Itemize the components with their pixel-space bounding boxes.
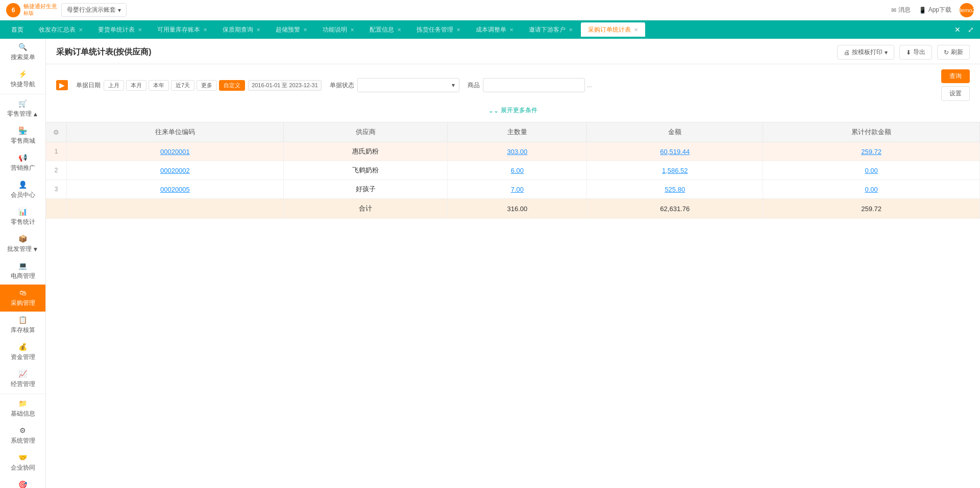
tab-purchase-order-stats[interactable]: 采购订单统计表 ✕ — [581, 22, 645, 37]
qty-cell[interactable]: 303.00 — [448, 142, 587, 161]
chevron-down-icon: ▾ — [452, 82, 455, 89]
workspace-selector[interactable]: 母婴行业演示账套 ▾ — [61, 3, 127, 17]
filter-row-1: ▶ 单据日期 上月 本月 本年 近7天 更多 自定义 2016-01-01 至 … — [56, 69, 970, 101]
laptop-icon: 💻 — [18, 262, 27, 270]
supplier-cell: 好孩子 — [283, 180, 448, 199]
more-goods-btn[interactable]: ... — [587, 82, 592, 89]
sidebar-item-enterprise-collab[interactable]: 🤝 企业协同 — [0, 449, 45, 476]
export-icon: ⬇ — [906, 49, 911, 56]
last-month-btn[interactable]: 上月 — [104, 80, 124, 91]
page-header-actions: 🖨 按模板打印 ▾ ⬇ 导出 ↻ 刷新 — [837, 45, 970, 60]
lightning-icon: ⚡ — [18, 70, 27, 78]
close-icon[interactable]: ✕ — [303, 27, 307, 33]
footer-paid: 259.72 — [763, 199, 980, 219]
qty-cell[interactable]: 6.00 — [448, 161, 587, 180]
supplier-cell: 惠氏奶粉 — [283, 142, 448, 161]
tab-available-stock[interactable]: 可用量库存账本 ✕ — [150, 22, 214, 37]
logo-area: 6 畅捷通好生意 标版 — [6, 3, 57, 17]
filter-actions: 查询 设置 — [941, 69, 970, 101]
nav-tabs: 首页 收发存汇总表 ✕ 要货单统计表 ✕ 可用量库存账本 ✕ 保质期查询 ✕ 超… — [0, 20, 980, 39]
sidebar-item-retail-stats[interactable]: 📊 零售统计 — [0, 203, 45, 230]
code-cell[interactable]: 00020002 — [67, 161, 284, 180]
refresh-button[interactable]: ↻ 刷新 — [937, 45, 970, 60]
sidebar-item-marketing[interactable]: 📢 营销推广 — [0, 149, 45, 176]
sidebar-item-inventory-check[interactable]: 📋 库存核算 — [0, 312, 45, 339]
table-footer-row: 合计 316.00 62,631.76 259.72 — [46, 199, 980, 219]
last-7-days-btn[interactable]: 近7天 — [171, 80, 194, 91]
maximize-button[interactable]: ⤢ — [966, 24, 976, 35]
table-settings-icon[interactable]: ⚙ — [53, 129, 59, 136]
tab-pick-task[interactable]: 拣货任务管理 ✕ — [409, 22, 468, 37]
chevron-down-icon: ▼ — [33, 246, 39, 253]
sidebar-item-ops-mgmt[interactable]: 📈 经营管理 — [0, 366, 45, 393]
close-icon[interactable]: ✕ — [203, 27, 207, 33]
chevron-down-icon: ⌄⌄ — [488, 107, 499, 114]
code-cell[interactable]: 00020005 — [67, 180, 284, 199]
tab-config-info[interactable]: 配置信息 ✕ — [362, 22, 408, 37]
close-icon[interactable]: ✕ — [79, 27, 83, 33]
amount-cell[interactable]: 525.80 — [587, 180, 763, 199]
avatar[interactable]: demo2 — [960, 3, 974, 17]
gear-icon: ⚙ — [19, 426, 26, 434]
page-title: 采购订单统计表(按供应商) — [56, 47, 152, 58]
sidebar-item-new-guide[interactable]: 🎯 新手引导 — [0, 476, 45, 488]
message-button[interactable]: ✉ 消息 — [891, 6, 911, 14]
user-icon: 👤 — [18, 181, 27, 189]
tab-invite-downstream[interactable]: 邀请下游客户 ✕ — [522, 22, 580, 37]
close-icon[interactable]: ✕ — [397, 27, 401, 33]
tab-expiry-query[interactable]: 保质期查询 ✕ — [215, 22, 267, 37]
shop-icon: 🏪 — [18, 126, 27, 135]
date-range-display: 2016-01-01 至 2023-12-31 — [248, 80, 322, 91]
expand-more-button[interactable]: ⌄⌄ 展开更多条件 — [488, 106, 537, 115]
sidebar-item-member-center[interactable]: 👤 会员中心 — [0, 176, 45, 203]
sidebar-item-purchase-mgmt[interactable]: 🛍 采购管理 — [0, 285, 45, 312]
sidebar-item-wholesale-mgmt[interactable]: 📦 批发管理 ▼ — [0, 230, 45, 258]
settings-button[interactable]: 设置 — [941, 86, 970, 101]
date-filter: 单据日期 上月 本月 本年 近7天 更多 自定义 2016-01-01 至 20… — [76, 80, 322, 91]
tab-receive-summary[interactable]: 收发存汇总表 ✕ — [32, 22, 90, 37]
sidebar-item-retail-mgmt[interactable]: 🛒 零售管理 ▲ — [0, 95, 45, 122]
close-window-button[interactable]: ✕ — [952, 24, 963, 35]
tab-home[interactable]: 首页 — [4, 22, 31, 37]
paid-cell[interactable]: 0.00 — [763, 180, 980, 199]
sidebar-item-retail-mall[interactable]: 🏪 零售商城 — [0, 122, 45, 149]
amount-cell[interactable]: 60,519.44 — [587, 142, 763, 161]
amount-cell[interactable]: 1,586.52 — [587, 161, 763, 180]
close-icon[interactable]: ✕ — [569, 27, 573, 33]
app-download-button[interactable]: 📱 App下载 — [919, 6, 951, 14]
close-icon[interactable]: ✕ — [634, 27, 638, 33]
status-select[interactable]: ▾ — [357, 78, 459, 92]
sidebar-item-system-mgmt[interactable]: ⚙ 系统管理 — [0, 422, 45, 449]
sidebar-item-basic-info[interactable]: 📁 基础信息 — [0, 395, 45, 422]
chevron-down-icon: ▾ — [118, 7, 121, 14]
tab-overstock-warning[interactable]: 超储预警 ✕ — [268, 22, 314, 37]
paid-cell[interactable]: 259.72 — [763, 142, 980, 161]
print-button[interactable]: 🖨 按模板打印 ▾ — [837, 45, 894, 60]
close-icon[interactable]: ✕ — [256, 27, 260, 33]
search-button[interactable]: 查询 — [941, 69, 970, 83]
goods-input[interactable] — [483, 78, 585, 92]
custom-date-badge[interactable]: 自定义 — [219, 80, 245, 91]
sidebar-item-quick-nav[interactable]: ⚡ 快捷导航 — [0, 66, 45, 93]
close-icon[interactable]: ✕ — [509, 27, 513, 33]
close-icon[interactable]: ✕ — [138, 27, 142, 33]
tab-function-desc[interactable]: 功能说明 ✕ — [315, 22, 361, 37]
expand-toggle-button[interactable]: ▶ — [56, 80, 68, 90]
box-icon: 📦 — [18, 235, 27, 243]
close-icon[interactable]: ✕ — [350, 27, 354, 33]
sidebar-item-finance-mgmt[interactable]: 💰 资金管理 — [0, 339, 45, 366]
cart-icon: 🛒 — [18, 99, 27, 108]
sidebar-item-ecommerce-mgmt[interactable]: 💻 电商管理 — [0, 258, 45, 285]
paid-cell[interactable]: 0.00 — [763, 161, 980, 180]
this-year-btn[interactable]: 本年 — [149, 80, 169, 91]
sidebar-item-search[interactable]: 🔍 搜索菜单 — [0, 39, 45, 66]
code-cell[interactable]: 00020001 — [67, 142, 284, 161]
qty-cell[interactable]: 7.00 — [448, 180, 587, 199]
more-date-btn[interactable]: 更多 — [197, 80, 217, 91]
close-icon[interactable]: ✕ — [456, 27, 460, 33]
export-button[interactable]: ⬇ 导出 — [899, 45, 932, 60]
col-qty: 主数量 — [448, 122, 587, 142]
tab-goods-stats[interactable]: 要货单统计表 ✕ — [91, 22, 149, 37]
tab-cost-adjust[interactable]: 成本调整单 ✕ — [469, 22, 521, 37]
this-month-btn[interactable]: 本月 — [126, 80, 146, 91]
